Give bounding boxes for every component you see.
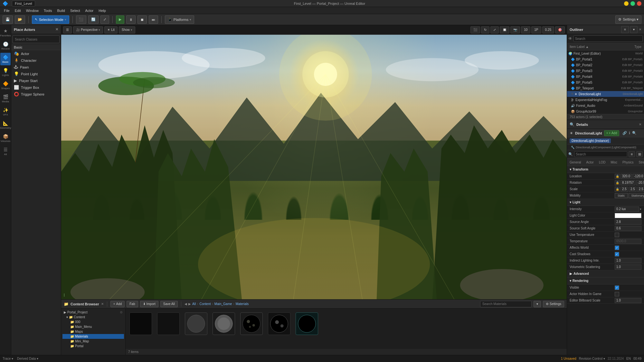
- menu-tools[interactable]: Tools: [42, 8, 54, 13]
- tab-label[interactable]: First_Level: [12, 1, 35, 6]
- nav-fwd-btn[interactable]: ▶: [188, 302, 191, 306]
- rendering-section-header[interactable]: ▾ Rendering: [567, 277, 644, 284]
- rotate-btn[interactable]: 🔄: [88, 15, 99, 24]
- outliner-view-btn[interactable]: ≡: [621, 26, 629, 33]
- tree-item-000[interactable]: 📁 000: [62, 320, 124, 324]
- details-link-icon[interactable]: 🔗: [622, 131, 627, 135]
- asset-item-6[interactable]: [294, 311, 319, 337]
- eject-btn[interactable]: ⏭: [149, 15, 158, 24]
- outliner-search-input[interactable]: [573, 35, 643, 42]
- vp-cam-speed-icon[interactable]: 🎯: [555, 26, 565, 33]
- actor-item-trigger-box[interactable]: ⬜ Trigger Box: [11, 84, 61, 91]
- location-y-field[interactable]: -120.0: [632, 174, 644, 179]
- details-search-input[interactable]: [574, 151, 627, 157]
- outliner-row-bp-portal2[interactable]: 🔷 BP_Portal2 Edit BP_Portal2: [567, 62, 644, 68]
- menu-build[interactable]: Build: [55, 8, 67, 13]
- cb-path-materials[interactable]: Materials: [236, 302, 249, 306]
- asset-item-3[interactable]: [211, 311, 236, 337]
- eye-icon[interactable]: 👁: [568, 36, 572, 41]
- outliner-row-world[interactable]: 🌍 First_Level (Editor) World: [567, 51, 644, 56]
- visible-checkbox[interactable]: [615, 285, 619, 290]
- outliner-filter-btn[interactable]: ▾: [630, 26, 638, 33]
- icon-col-favorites[interactable]: ★ Favorites: [0, 26, 11, 39]
- vp-snap-icon[interactable]: 🔲: [500, 26, 509, 33]
- actor-item-trigger-sphere[interactable]: ⭕ Trigger Sphere: [11, 91, 61, 97]
- icon-col-lights[interactable]: 💡 Lights: [0, 66, 11, 79]
- location-x-field[interactable]: 320.0: [620, 174, 632, 179]
- component-selected-label[interactable]: DirectionalLight (Instance): [570, 138, 611, 143]
- unsaved-indicator[interactable]: 1 Unsaved: [561, 357, 576, 360]
- asset-item-4[interactable]: [239, 311, 264, 337]
- vp-translate-icon[interactable]: ⬛: [470, 26, 480, 33]
- import-btn[interactable]: ⬇ Import: [140, 301, 158, 307]
- intensity-expand-icon[interactable]: ▾: [640, 208, 641, 211]
- menu-file[interactable]: File: [2, 8, 12, 13]
- asset-item-5[interactable]: [267, 311, 292, 337]
- details-search-icon[interactable]: 🔍: [632, 131, 637, 135]
- outliner-row-directional-light[interactable]: 👁 ☀ DirectionalLight DirectionalLight: [567, 91, 644, 97]
- cb-path-main-game[interactable]: Main_Game: [214, 302, 232, 306]
- icon-col-all[interactable]: ☰ All: [0, 145, 11, 158]
- platforms-btn[interactable]: 📱 Platforms ▾: [165, 15, 194, 24]
- scale-lock-icon[interactable]: 🔒: [615, 187, 620, 192]
- pause-btn[interactable]: ⏸: [126, 15, 136, 24]
- vp-camera-icon[interactable]: 📷: [510, 26, 520, 33]
- col-label-header[interactable]: Item Label ▲: [568, 45, 611, 49]
- tree-item-portal-project[interactable]: ▶ Portal_Project ⚙: [62, 310, 124, 315]
- rotation-y-field[interactable]: -20.999: [636, 180, 644, 185]
- add-content-btn[interactable]: + Add: [110, 301, 125, 307]
- outliner-row-exp-height-fog[interactable]: 🌫 ExponentialHeightFog Exponential...: [567, 97, 644, 103]
- actor-item-point-light[interactable]: 💡 Point Light: [11, 70, 61, 77]
- scale-z-field[interactable]: 2.5: [637, 187, 644, 192]
- details-list-btn[interactable]: ⊞: [636, 151, 643, 157]
- temperature-field[interactable]: 6500.0: [615, 239, 641, 244]
- outliner-row-bp-teleport[interactable]: 🔷 BP_Teleport Edit BP_Teleport: [567, 85, 644, 91]
- content-browser-close-icon[interactable]: ✕: [101, 302, 104, 306]
- indirect-lighting-field[interactable]: 1.0: [615, 258, 641, 263]
- settings-btn[interactable]: ⚙ Settings ▾: [615, 15, 641, 24]
- menu-window[interactable]: Window: [24, 8, 41, 13]
- derived-data-btn[interactable]: Derived Data ▾: [17, 357, 38, 360]
- tree-item-content[interactable]: ▾ 📁 Content: [62, 315, 124, 320]
- fab-btn[interactable]: Fab: [127, 301, 138, 307]
- outliner-row-forest-audio[interactable]: 🔊 Forest_Audio AmbientSound: [567, 103, 644, 108]
- icon-col-basic[interactable]: 🔷 Basic: [0, 53, 11, 65]
- mobility-static-btn[interactable]: Static: [615, 193, 628, 198]
- location-lock-icon[interactable]: 🔒: [615, 174, 620, 179]
- details-view-btn[interactable]: ≡: [629, 151, 635, 157]
- save-all-btn[interactable]: Save All: [160, 301, 178, 307]
- actor-item-player-start[interactable]: ▶ Player Start: [11, 77, 61, 84]
- toolbar-open[interactable]: 📂: [15, 15, 25, 24]
- trace-btn[interactable]: Trace ▾: [3, 357, 13, 360]
- vp-rotate-icon[interactable]: ↻: [481, 26, 489, 33]
- transform-section-header[interactable]: ▾ Transform: [567, 166, 644, 173]
- tab-physics[interactable]: Physics: [620, 159, 636, 166]
- tab-lod[interactable]: LOD: [596, 159, 608, 166]
- advanced-section-header[interactable]: ▶ Advanced: [567, 270, 644, 277]
- details-close-icon[interactable]: ✕: [639, 123, 641, 126]
- menu-select[interactable]: Select: [68, 8, 82, 13]
- icon-col-volumes[interactable]: 📦 Volumes: [0, 132, 11, 144]
- tab-general[interactable]: General: [567, 159, 584, 166]
- col-type-header[interactable]: Type: [611, 45, 643, 49]
- volumetric-field[interactable]: 1.0: [615, 265, 641, 270]
- scale-y-field[interactable]: 2.5: [629, 187, 637, 192]
- revision-control-btn[interactable]: Revision Control ▾: [579, 357, 605, 360]
- scale-btn[interactable]: ⤢: [100, 15, 109, 24]
- vp-scale-snap-icon[interactable]: 0.25: [542, 26, 554, 33]
- icon-col-vfx[interactable]: ✨ VFX: [0, 106, 11, 118]
- icon-col-geometry[interactable]: 📐 Geometry: [0, 119, 11, 131]
- tab-streaming[interactable]: Streaming: [636, 159, 644, 166]
- dir-light-eye-icon[interactable]: 👁: [571, 92, 574, 96]
- outliner-row-bp-portal1[interactable]: 🔷 BP_Portal1 Edit BP_Portal1: [567, 56, 644, 62]
- outliner-row-bp-portal3[interactable]: 🔷 BP_Portal3 Edit BP_Portal3: [567, 68, 644, 74]
- actor-item-pawn[interactable]: 🕹 Pawn: [11, 64, 61, 70]
- use-temperature-checkbox[interactable]: [615, 233, 619, 237]
- menu-help[interactable]: Help: [97, 8, 108, 13]
- cb-filter-btn[interactable]: ▾: [534, 301, 541, 307]
- vp-grid-icon[interactable]: 10: [521, 26, 530, 33]
- viewport-options-btn[interactable]: ☰: [63, 26, 72, 33]
- outliner-close-icon[interactable]: ✕: [639, 28, 641, 31]
- cb-path-all[interactable]: All: [192, 302, 196, 306]
- maximize-button[interactable]: [630, 1, 635, 6]
